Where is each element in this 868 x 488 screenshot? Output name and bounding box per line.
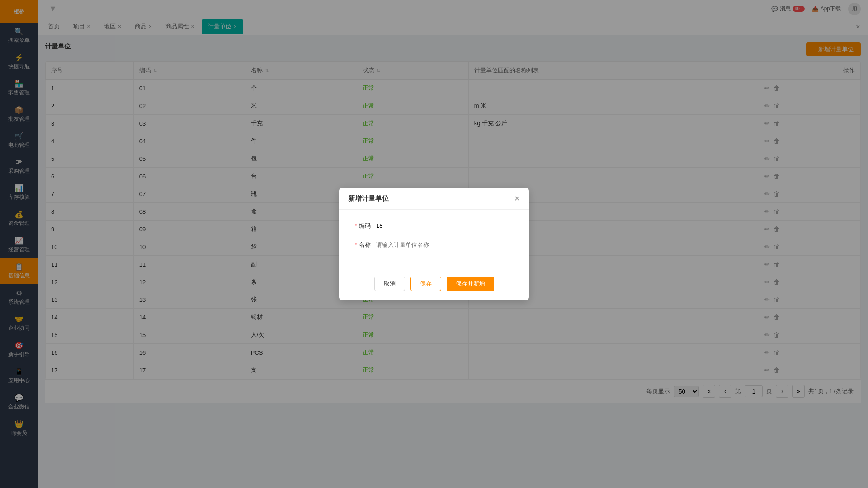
save-button[interactable]: 保存 (410, 277, 441, 291)
modal-body: * 编码 * 名称 (339, 210, 529, 269)
name-field-row: * 名称 (348, 239, 520, 250)
add-unit-modal: 新增计量单位 ✕ * 编码 * 名称 取消 保存 保存并新增 (339, 188, 529, 300)
save-and-new-button[interactable]: 保存并新增 (447, 277, 494, 291)
modal-header: 新增计量单位 ✕ (339, 188, 529, 210)
modal-title: 新增计量单位 (348, 194, 389, 203)
modal-overlay: 新增计量单位 ✕ * 编码 * 名称 取消 保存 保存并新增 (0, 0, 868, 488)
name-input[interactable] (376, 239, 520, 250)
code-input[interactable] (376, 221, 520, 231)
name-label: * 名称 (348, 241, 371, 249)
code-label: * 编码 (348, 222, 371, 230)
modal-footer: 取消 保存 保存并新增 (339, 269, 529, 300)
name-required-mark: * (355, 241, 357, 248)
cancel-button[interactable]: 取消 (374, 277, 405, 291)
code-field-row: * 编码 (348, 221, 520, 231)
modal-close-button[interactable]: ✕ (514, 194, 520, 203)
code-required-mark: * (355, 222, 357, 229)
